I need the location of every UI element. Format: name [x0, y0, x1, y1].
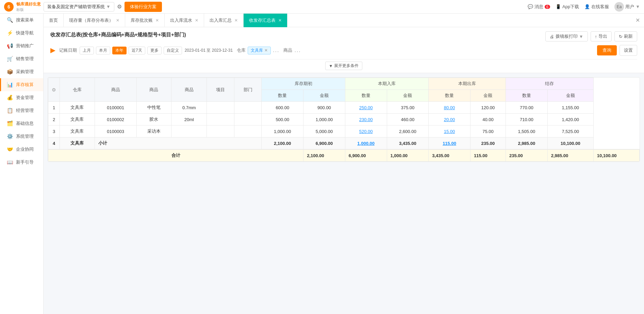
tab-receive-summary[interactable]: 收发存汇总表 ✕ — [244, 14, 287, 27]
print-chevron-icon: ▼ — [579, 34, 583, 39]
chevron-down-icon: ▼ — [106, 4, 111, 9]
sidebar-item-operations[interactable]: 📋 经营管理 — [0, 104, 43, 117]
th-goods-name: 商品 — [136, 78, 171, 102]
sidebar-item-guide[interactable]: 📖 新手引导 — [0, 156, 43, 169]
subtotal-closing-qty: 2,985.00 — [506, 137, 547, 150]
th-closing-group: 结存 — [506, 78, 593, 90]
sidebar: 🔍 搜索菜单 ⚡ 快捷导航 📢 营销推广 🛒 销售管理 📦 采购管理 📊 — [0, 14, 44, 314]
th-out-amt: 金额 — [470, 90, 506, 102]
th-warehouse: 仓库 — [60, 78, 95, 102]
settings-gear-icon[interactable]: ⚙ — [117, 3, 122, 10]
online-service-button[interactable]: 👤 在线客服 — [584, 4, 609, 10]
date-btn-7days[interactable]: 近7天 — [129, 47, 145, 54]
sidebar-item-finance[interactable]: 💰 资金管理 — [0, 91, 43, 104]
marketing-icon: 📢 — [6, 43, 13, 49]
table-row: 3 文具库 0100003 采访本 1,000.00 5,000.00 520.… — [48, 126, 640, 137]
app-download-button[interactable]: 📱 App下载 — [556, 4, 579, 10]
user-area[interactable]: Ea 用户 ▼ — [614, 2, 640, 12]
settings-button[interactable]: 设置 — [620, 45, 637, 56]
row3-out-amt: 75.00 — [470, 126, 506, 137]
total-opening-qty: 2,100.00 — [303, 149, 345, 162]
tab-close-receive-summary[interactable]: ✕ — [278, 18, 282, 23]
subtotal-no: 4 — [48, 137, 60, 150]
download-icon: 📱 — [556, 4, 561, 9]
row1-in-amt: 375.00 — [387, 102, 429, 114]
tab-batch-ledger[interactable]: 库存批次账 ✕ — [125, 14, 165, 27]
row2-in-qty[interactable]: 230.00 — [345, 114, 387, 126]
try-button[interactable]: 体验行业方案 — [125, 2, 162, 12]
date-btn-this-month[interactable]: 本月 — [96, 47, 110, 54]
subtotal-in-qty[interactable]: 1,000.00 — [345, 137, 387, 150]
filter-expand-arrow[interactable]: ▶ — [50, 47, 55, 54]
tab-inout-flow[interactable]: 出入库流水 ✕ — [165, 14, 204, 27]
brand-tag: 标版 — [16, 7, 41, 12]
th-out-group: 本期出库 — [429, 78, 506, 90]
sidebar-item-system[interactable]: ⚙️ 系统管理 — [0, 130, 43, 143]
tab-stock-dist[interactable]: 现存量（库存分布表） ✕ — [64, 14, 125, 27]
date-range-display: 2023-01-01 至 2023-12-31 — [185, 48, 233, 53]
row3-in-qty[interactable]: 520.00 — [345, 126, 387, 137]
row1-out-qty[interactable]: 80.00 — [429, 102, 470, 114]
row2-in-amt: 460.00 — [387, 114, 429, 126]
warehouse-tag[interactable]: 文具库 ✕ — [248, 47, 271, 54]
row1-in-qty[interactable]: 250.00 — [345, 102, 387, 114]
header-actions: 🖨 拨镜板打印 ▼ ↑ 导出 ↻ 刷新 — [545, 31, 637, 42]
row1-out-amt: 120.00 — [470, 102, 506, 114]
row2-out-qty[interactable]: 20.00 — [429, 114, 470, 126]
export-icon: ↑ — [595, 34, 597, 39]
sidebar-item-label: 营销推广 — [16, 43, 34, 49]
export-button[interactable]: ↑ 导出 — [591, 31, 612, 42]
date-btn-last-month[interactable]: 上月 — [80, 47, 94, 54]
row3-goods-name: 采访本 — [136, 126, 171, 137]
warehouse-label: 仓库 — [237, 47, 246, 53]
system-selector[interactable]: 装备及固定资产辅助管理系统 ▼ — [44, 2, 114, 12]
warehouse-more-btn[interactable]: ... — [273, 47, 279, 53]
sidebar-item-marketing[interactable]: 📢 营销推广 — [0, 39, 43, 52]
date-filter-label: 记账日期 — [59, 47, 77, 53]
tab-close-stock-dist[interactable]: ✕ — [116, 18, 119, 23]
row3-out-qty[interactable]: 15.00 — [429, 126, 470, 137]
user-chevron-icon: ▼ — [635, 4, 640, 9]
tab-close-inout-flow[interactable]: ✕ — [195, 18, 198, 23]
sidebar-item-label: 新手引导 — [16, 159, 34, 165]
tab-global-close-button[interactable]: ✕ — [631, 17, 644, 23]
refresh-button[interactable]: ↻ 刷新 — [614, 31, 637, 42]
query-button[interactable]: 查询 — [597, 45, 617, 55]
sidebar-item-quick-nav[interactable]: ⚡ 快捷导航 — [0, 27, 43, 39]
row2-closing-qty: 710.00 — [506, 114, 547, 126]
expand-more-button[interactable]: ▼ 展开更多条件 — [325, 62, 363, 70]
sidebar-item-enterprise[interactable]: 🤝 企业协同 — [0, 143, 43, 156]
row1-closing-amt: 1,155.00 — [547, 102, 593, 114]
row3-goods-spec — [171, 126, 207, 137]
row3-goods-code: 0100003 — [95, 126, 136, 137]
row3-closing-amt: 7,525.00 — [547, 126, 593, 137]
row1-closing-qty: 770.00 — [506, 102, 547, 114]
sidebar-item-inventory[interactable]: 📊 库存核算 — [0, 78, 43, 91]
goods-label: 商品 — [283, 47, 292, 53]
cart-icon: 🛒 — [6, 56, 13, 62]
row3-department — [234, 126, 262, 137]
row2-opening-amt: 1,000.00 — [303, 114, 345, 126]
warehouse-tag-close-icon[interactable]: ✕ — [264, 48, 268, 53]
sidebar-item-basic-info[interactable]: 🗂️ 基础信息 — [0, 117, 43, 130]
table-gear-icon[interactable]: ⚙ — [52, 87, 56, 93]
sidebar-item-sales[interactable]: 🛒 销售管理 — [0, 52, 43, 65]
content-area: 首页 现存量（库存分布表） ✕ 库存批次账 ✕ 出入库流水 ✕ 出入库汇总 ✕ — [44, 14, 644, 314]
row2-goods-code: 0100002 — [95, 114, 136, 126]
subtotal-out-qty[interactable]: 115.00 — [429, 137, 470, 150]
row1-no: 1 — [48, 102, 60, 114]
date-btn-this-year[interactable]: 本年 — [112, 47, 127, 54]
tab-close-batch-ledger[interactable]: ✕ — [155, 18, 159, 23]
date-btn-custom[interactable]: 自定义 — [164, 47, 182, 54]
sidebar-item-purchase[interactable]: 📦 采购管理 — [0, 65, 43, 78]
goods-more-btn[interactable]: ... — [294, 47, 301, 53]
date-btn-more[interactable]: 更多 — [147, 47, 162, 54]
tab-close-inout-summary[interactable]: ✕ — [234, 18, 238, 23]
print-button[interactable]: 🖨 拨镜板打印 ▼ — [545, 31, 588, 42]
tab-inout-summary[interactable]: 出入库汇总 ✕ — [204, 14, 244, 27]
th-in-amt: 金额 — [387, 90, 429, 102]
tab-home[interactable]: 首页 — [44, 14, 64, 27]
th-opening-qty: 数量 — [262, 90, 303, 102]
message-button[interactable]: 💬 消息 6 — [528, 4, 550, 10]
sidebar-item-search[interactable]: 🔍 搜索菜单 — [0, 14, 43, 27]
